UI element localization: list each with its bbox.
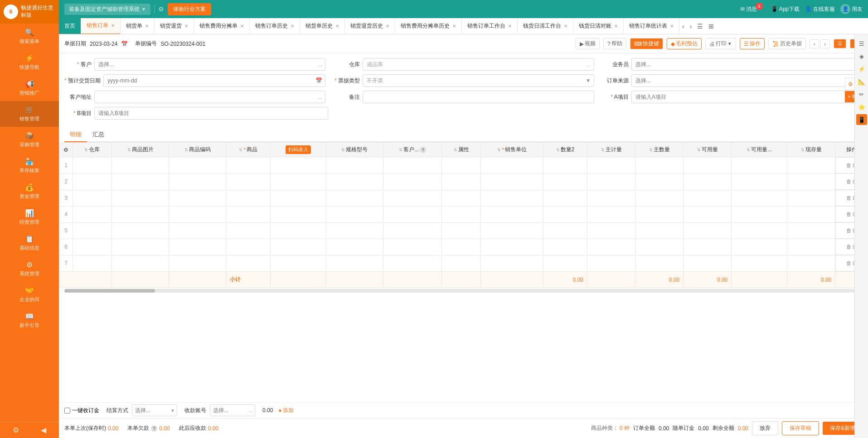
collapse-icon[interactable]: ◀: [41, 426, 46, 434]
th-customer-code[interactable]: ⇅客户... ?: [383, 143, 442, 157]
tab-mingxi[interactable]: 明细: [64, 128, 87, 142]
right-panel-icon-5[interactable]: ✏: [856, 89, 867, 100]
customer-more-icon[interactable]: …: [315, 62, 325, 67]
tab-sales-refund[interactable]: 销货退货 ✕: [155, 18, 194, 34]
tab-close-icon[interactable]: ✕: [508, 24, 512, 29]
sidebar-item-finance[interactable]: 💰 资金管理: [0, 178, 59, 204]
right-panel-icon-2[interactable]: ◈: [856, 51, 867, 62]
list-view-icon[interactable]: ☰: [834, 39, 846, 48]
tab-sales-fee[interactable]: 销售费用分摊单 ✕: [194, 18, 250, 34]
tab-close-icon[interactable]: ✕: [111, 23, 115, 28]
discard-button[interactable]: 放弃: [752, 421, 778, 435]
one-click-payment-label[interactable]: 一键收订金: [64, 407, 99, 414]
tab-sales-summary[interactable]: 销售订单统计表 ✕: [624, 18, 679, 34]
calendar-icon[interactable]: 📅: [121, 41, 128, 47]
tab-close-icon[interactable]: ✕: [335, 24, 339, 29]
tab-close-icon[interactable]: ✕: [614, 24, 618, 29]
tab-sales-return[interactable]: 销货单 ✕: [121, 18, 155, 34]
tab-close-icon[interactable]: ✕: [184, 24, 188, 29]
sidebar-item-sales[interactable]: 🛒 销售管理: [0, 101, 59, 127]
row-main-qty[interactable]: [635, 157, 684, 174]
tab-next-icon[interactable]: ›: [687, 23, 695, 30]
th-product-img[interactable]: ⇅商品图片: [112, 143, 169, 157]
tab-close-icon[interactable]: ✕: [291, 24, 294, 29]
online-service-item[interactable]: 👤 在线客服: [805, 5, 835, 13]
delete-icon[interactable]: 🗑: [846, 195, 852, 201]
tab-cash-reconcile[interactable]: 钱货日清对账 ✕: [573, 18, 624, 34]
tab-cash-workbench[interactable]: 钱货日清工作台 ✕: [518, 18, 573, 34]
th-available[interactable]: ⇅可用量: [684, 143, 732, 157]
row-spec[interactable]: [326, 157, 383, 174]
tab-order-workbench[interactable]: 销售订单工作台 ✕: [462, 18, 518, 34]
right-panel-icon-3[interactable]: ⚡: [856, 63, 867, 74]
tab-home[interactable]: 首页: [59, 18, 81, 34]
delete-icon[interactable]: 🗑: [846, 227, 852, 234]
sidebar-item-inventory[interactable]: 🏪 库存核算: [0, 153, 59, 178]
th-available2[interactable]: ⇅可用量...: [732, 143, 787, 157]
sidebar-item-search[interactable]: 🔍 搜索菜单: [0, 24, 59, 49]
tab-close-icon[interactable]: ✕: [452, 24, 456, 29]
right-panel-icon-1[interactable]: ☰: [856, 38, 867, 49]
row-qty2[interactable]: [543, 157, 587, 174]
right-panel-icon-4[interactable]: 📐: [856, 76, 867, 87]
row-stock[interactable]: [787, 157, 835, 174]
tab-more-icon[interactable]: ☰: [694, 23, 706, 30]
delete-icon[interactable]: 🗑: [846, 211, 852, 217]
right-panel-icon-7[interactable]: 📱: [856, 114, 867, 125]
tab-close-icon[interactable]: ✕: [670, 24, 674, 29]
tab-close-icon[interactable]: ✕: [386, 24, 389, 29]
app-download-item[interactable]: 📱 App下载: [771, 5, 800, 13]
operation-btn[interactable]: ☰ 操作: [740, 38, 765, 49]
add-payment-btn[interactable]: ● 添加: [278, 407, 293, 414]
th-warehouse[interactable]: ⇅仓库: [73, 143, 112, 157]
tab-close-icon[interactable]: ✕: [564, 24, 567, 29]
invoice-input[interactable]: [363, 76, 582, 86]
address-input[interactable]: [95, 92, 315, 102]
th-scan[interactable]: 扫码录入: [270, 143, 326, 157]
th-attributes[interactable]: ⇅属性: [442, 143, 481, 157]
scan-button[interactable]: 扫码录入: [286, 145, 311, 154]
tab-prev-icon[interactable]: ‹: [679, 23, 687, 30]
customer-input[interactable]: [95, 59, 315, 69]
message-item[interactable]: ✉ 消息 9: [740, 5, 766, 13]
tab-order-history[interactable]: 销售订单历史 ✕: [250, 18, 300, 34]
tab-sales-order[interactable]: 销售订单 ✕: [81, 18, 121, 34]
delete-icon[interactable]: 🗑: [846, 244, 852, 250]
sidebar-item-guide[interactable]: 📖 新手引导: [0, 308, 59, 333]
row-available2[interactable]: [732, 157, 787, 174]
order-source-input[interactable]: [632, 76, 851, 86]
calendar-icon[interactable]: 📅: [313, 77, 325, 84]
sidebar-item-marketing[interactable]: 📢 营销推广: [0, 75, 59, 101]
delete-icon[interactable]: 🗑: [846, 178, 852, 185]
delivery-date-input[interactable]: [104, 76, 313, 86]
sidebar-item-enterprise[interactable]: 🤝 企业协同: [0, 282, 59, 308]
delete-icon[interactable]: 🗑: [846, 260, 852, 266]
tab-refund-history[interactable]: 销货退货历史 ✕: [345, 18, 395, 34]
row-product-code[interactable]: [169, 157, 226, 174]
row-warehouse[interactable]: [73, 157, 112, 174]
settings-icon[interactable]: ⚙: [13, 426, 19, 434]
save-draft-button[interactable]: 保存草稿: [782, 421, 819, 435]
a-project-input[interactable]: [631, 91, 863, 103]
warehouse-more-icon[interactable]: …: [584, 62, 594, 67]
payment-method-input[interactable]: [132, 407, 169, 414]
tab-fee-history[interactable]: 销售费用分摊单历史 ✕: [395, 18, 462, 34]
th-main-qty[interactable]: ⇅主数量: [635, 143, 684, 157]
shortcut-btn[interactable]: ⌨ 快捷键: [630, 38, 663, 49]
tab-close-icon[interactable]: ✕: [240, 24, 244, 29]
th-product-name[interactable]: ⇅*商品: [226, 143, 270, 157]
th-sales-unit[interactable]: ⇅*销售单位: [481, 143, 543, 157]
right-panel-icon-6[interactable]: ⭐: [856, 101, 867, 112]
horizontal-scrollbar[interactable]: [64, 289, 863, 293]
th-main-unit[interactable]: ⇅主计量: [587, 143, 635, 157]
preview-btn[interactable]: ▶ 视频: [576, 38, 600, 49]
delete-icon[interactable]: 🗑: [846, 162, 852, 168]
nav-prev-icon[interactable]: ‹: [810, 39, 820, 48]
row-customer-code[interactable]: [383, 157, 442, 174]
one-click-checkbox[interactable]: [64, 408, 70, 414]
address-more-icon[interactable]: …: [315, 95, 325, 100]
account-more-icon[interactable]: …: [247, 408, 255, 413]
salesperson-input[interactable]: [632, 59, 852, 69]
sidebar-item-purchase[interactable]: 📦 采购管理: [0, 127, 59, 153]
solution-button[interactable]: 体验行业方案: [168, 3, 211, 15]
